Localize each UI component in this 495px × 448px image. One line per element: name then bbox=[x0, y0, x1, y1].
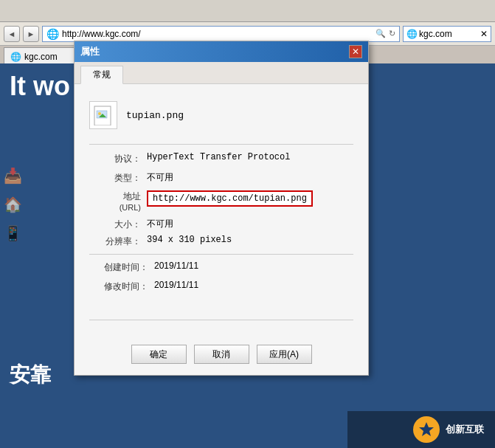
cancel-button[interactable]: 取消 bbox=[194, 345, 249, 364]
tab-general[interactable]: 常规 bbox=[80, 66, 123, 84]
type-label: 类型： bbox=[89, 171, 141, 185]
properties-dialog: 属性 ✕ 常规 tupian.png bbox=[74, 41, 369, 376]
divider-2 bbox=[89, 254, 353, 255]
address-label: 地址 bbox=[123, 190, 141, 203]
spacer bbox=[89, 299, 353, 314]
size-resolution-group: 大小： 不可用 分辨率： 394 x 310 pixels bbox=[89, 218, 353, 248]
resolution-label: 分辨率： bbox=[89, 235, 141, 248]
modified-label: 修改时间： bbox=[89, 280, 148, 293]
image-preview-icon bbox=[89, 101, 117, 129]
resolution-row: 分辨率： 394 x 310 pixels bbox=[89, 235, 353, 248]
created-label: 创建时间： bbox=[89, 261, 148, 274]
divider-1 bbox=[89, 144, 353, 145]
modified-value: 2019/11/11 bbox=[154, 280, 198, 290]
protocol-label: 协议： bbox=[89, 152, 141, 165]
modified-row: 修改时间： 2019/11/11 bbox=[89, 280, 353, 293]
address-sublabel: (URL) bbox=[120, 203, 141, 212]
divider-3 bbox=[89, 320, 353, 320]
apply-button[interactable]: 应用(A) bbox=[257, 345, 312, 364]
dialog-titlebar: 属性 ✕ bbox=[75, 41, 368, 62]
dialog-body: tupian.png 协议： HyperText Transfer Protoc… bbox=[75, 84, 368, 337]
type-row: 类型： 不可用 bbox=[89, 171, 353, 185]
dialog-footer: 确定 取消 应用(A) bbox=[75, 337, 368, 375]
created-value: 2019/11/11 bbox=[154, 261, 198, 271]
size-label: 大小： bbox=[89, 218, 141, 231]
created-row: 创建时间： 2019/11/11 bbox=[89, 261, 353, 274]
image-file-svg bbox=[93, 105, 114, 125]
size-value: 不可用 bbox=[147, 218, 173, 230]
resolution-value: 394 x 310 pixels bbox=[147, 235, 232, 245]
protocol-value: HyperText Transfer Protocol bbox=[147, 152, 290, 162]
address-row: 地址 (URL) http://www.kgc.com/tupian.png bbox=[89, 190, 353, 212]
dialog-tab-bar: 常规 bbox=[75, 62, 368, 84]
dialog-title: 属性 bbox=[80, 45, 100, 58]
image-preview-row: tupian.png bbox=[89, 95, 353, 140]
type-value: 不可用 bbox=[147, 171, 173, 184]
size-row: 大小： 不可用 bbox=[89, 218, 353, 231]
image-filename: tupian.png bbox=[126, 110, 184, 121]
dialog-close-button[interactable]: ✕ bbox=[349, 45, 362, 58]
address-label-group: 地址 (URL) bbox=[89, 190, 141, 212]
address-value-box: http://www.kgc.com/tupian.png bbox=[147, 190, 313, 207]
svg-point-3 bbox=[98, 112, 101, 115]
protocol-row: 协议： HyperText Transfer Protocol bbox=[89, 152, 353, 165]
address-value: http://www.kgc.com/tupian.png bbox=[153, 193, 307, 204]
ok-button[interactable]: 确定 bbox=[131, 345, 187, 364]
dialog-overlay: 属性 ✕ 常规 tupian.png bbox=[0, 0, 495, 448]
